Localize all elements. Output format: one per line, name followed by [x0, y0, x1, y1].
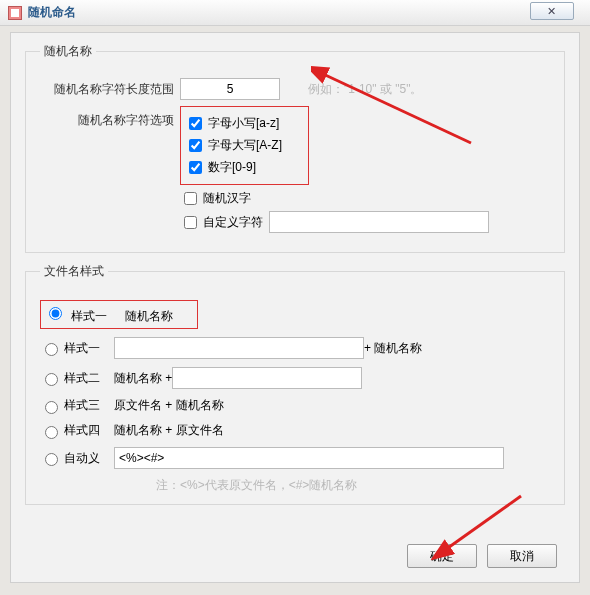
button-bar: 确定 取消 — [407, 544, 557, 568]
custom-chars-input[interactable] — [269, 211, 489, 233]
radio-style3[interactable] — [45, 401, 58, 414]
style4-text: 随机名称 + 原文件名 — [114, 422, 224, 439]
checkbox-lowercase-label: 字母小写[a-z] — [208, 115, 279, 132]
checkbox-hanzi-label: 随机汉字 — [203, 190, 251, 207]
group-file-style: 文件名样式 样式一 随机名称 样式一 + 随机名称 样式二 随机名称 + 样式三… — [25, 263, 565, 505]
style3-name: 样式三 — [64, 397, 114, 414]
checkbox-digit[interactable] — [189, 161, 202, 174]
checkbox-hanzi[interactable] — [184, 192, 197, 205]
group-random-name: 随机名称 随机名称字符长度范围 例如："1-10" 或 "5"。 随机名称字符选… — [25, 43, 565, 253]
length-hint: 例如："1-10" 或 "5"。 — [308, 81, 422, 98]
title-bar: 随机命名 ✕ — [0, 0, 590, 26]
style1a-input[interactable] — [114, 337, 364, 359]
style1-highlight: 样式一 随机名称 — [40, 300, 198, 329]
window-title: 随机命名 — [28, 4, 76, 21]
group-random-name-legend: 随机名称 — [40, 43, 96, 60]
radio-style2[interactable] — [45, 373, 58, 386]
chars-label: 随机名称字符选项 — [40, 106, 180, 129]
checkbox-digit-label: 数字[0-9] — [208, 159, 256, 176]
close-icon: ✕ — [547, 5, 558, 17]
group-file-style-legend: 文件名样式 — [40, 263, 108, 280]
style-note: 注：<%>代表原文件名，<#>随机名称 — [156, 477, 550, 494]
checkbox-lowercase[interactable] — [189, 117, 202, 130]
radio-style1[interactable] — [49, 307, 62, 320]
close-button[interactable]: ✕ — [530, 2, 574, 20]
style2-name: 样式二 — [64, 370, 114, 387]
style1-text: 随机名称 — [125, 309, 173, 323]
radio-style1a[interactable] — [45, 343, 58, 356]
style3-text: 原文件名 + 随机名称 — [114, 397, 224, 414]
checkbox-custom[interactable] — [184, 216, 197, 229]
style2-prefix: 随机名称 + — [114, 370, 172, 387]
style5-name: 自动义 — [64, 450, 114, 467]
ok-button[interactable]: 确定 — [407, 544, 477, 568]
chars-highlight-box: 字母小写[a-z] 字母大写[A-Z] 数字[0-9] — [180, 106, 309, 185]
style2-input[interactable] — [172, 367, 362, 389]
style1a-suffix: + 随机名称 — [364, 340, 422, 357]
style1-name: 样式一 — [71, 308, 121, 325]
cancel-button[interactable]: 取消 — [487, 544, 557, 568]
length-input[interactable] — [180, 78, 280, 100]
radio-style5[interactable] — [45, 453, 58, 466]
dialog-panel: 随机名称 随机名称字符长度范围 例如："1-10" 或 "5"。 随机名称字符选… — [10, 32, 580, 583]
length-label: 随机名称字符长度范围 — [40, 81, 180, 98]
radio-style4[interactable] — [45, 426, 58, 439]
style5-input[interactable] — [114, 447, 504, 469]
checkbox-uppercase[interactable] — [189, 139, 202, 152]
app-icon — [8, 6, 22, 20]
style1a-name: 样式一 — [64, 340, 114, 357]
style4-name: 样式四 — [64, 422, 114, 439]
checkbox-uppercase-label: 字母大写[A-Z] — [208, 137, 282, 154]
checkbox-custom-label: 自定义字符 — [203, 214, 263, 231]
